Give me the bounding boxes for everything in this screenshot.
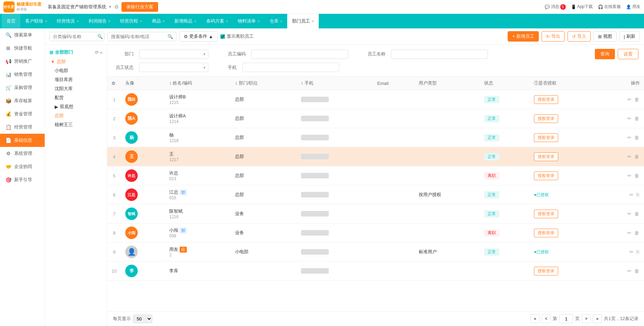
settings-icon[interactable]: ⚙ [114, 4, 119, 10]
delete-btn[interactable]: 🗑 [634, 153, 640, 160]
nav-item-process[interactable]: 经营历程 × [115, 14, 147, 28]
nav-item-goods[interactable]: 商品 × [147, 14, 170, 28]
export-btn[interactable]: ↻ 导出 [542, 31, 565, 42]
authorize-btn[interactable]: 授权登录 [534, 171, 558, 180]
per-page-select[interactable]: 50 100 200 [133, 315, 152, 323]
delete-btn[interactable]: 🗑 [634, 229, 640, 236]
edit-btn[interactable]: ✏ [627, 96, 632, 103]
sidebar-item-search[interactable]: 🔍 搜索菜单 [0, 28, 45, 42]
col-phone[interactable]: ↕ 手机 [297, 77, 373, 90]
edit-btn[interactable]: ✏ [627, 115, 632, 122]
last-page-btn[interactable]: » [593, 314, 602, 323]
authorize-btn[interactable]: 授权登录 [534, 267, 558, 275]
close-icon[interactable]: × [257, 19, 260, 23]
refresh-btn[interactable]: | 刷新 [619, 31, 640, 42]
copy-btn[interactable]: ⎘ [636, 248, 640, 255]
page-number-input[interactable] [559, 314, 573, 323]
delete-btn[interactable]: 🗑 [634, 267, 640, 274]
dept-item-root[interactable]: ▼ 总部 [48, 57, 104, 66]
edit-btn[interactable]: ✏ [627, 134, 632, 141]
close-icon[interactable]: × [280, 19, 282, 23]
search-btn[interactable]: 查询 [595, 49, 615, 59]
close-icon[interactable]: × [163, 19, 165, 23]
sidebar-item-inventory[interactable]: 📦 库存核算 [0, 94, 45, 107]
sidebar-item-basic-info[interactable]: 📄 基础信息 [0, 134, 45, 147]
authorize-btn[interactable]: 授权登录 [534, 95, 558, 104]
phone-input[interactable] [242, 63, 339, 72]
show-resigned-label[interactable]: 显示离职员工 [220, 33, 254, 39]
category-search-icon[interactable]: 🔍 [94, 34, 105, 39]
delete-btn[interactable]: 🗑 [634, 172, 640, 179]
edit-btn[interactable]: ✏ [627, 267, 632, 274]
dept-item-shenyang[interactable]: 沈阳大库 [48, 84, 104, 93]
dept-item-general[interactable]: 总部 [48, 111, 104, 120]
import-btn[interactable]: ↺ 导入 [568, 31, 591, 42]
authorize-btn[interactable]: 授权登录 [534, 229, 558, 237]
nav-item-warehouse[interactable]: 仓库 × [265, 14, 287, 28]
app-download-btn[interactable]: 📱 App下载 [571, 4, 593, 10]
dept-item-shuang[interactable]: ▶ 双底想 [48, 102, 104, 111]
dept-collapse-btn[interactable]: « [100, 50, 102, 55]
nav-item-home[interactable]: 首页 [2, 14, 20, 28]
close-icon[interactable]: × [108, 19, 110, 23]
employee-search-input[interactable] [108, 32, 165, 41]
edit-btn[interactable]: ✏ [627, 229, 632, 236]
nav-item-barcode[interactable]: 条码方案 × [201, 14, 233, 28]
close-icon[interactable]: × [45, 19, 47, 23]
edit-btn[interactable]: ✏ [629, 191, 634, 198]
show-resigned-checkbox[interactable] [220, 34, 225, 39]
sidebar-item-collab[interactable]: 🤝 企业协同 [0, 160, 45, 173]
message-btn[interactable]: 💬 消息 5 [545, 4, 566, 10]
close-icon[interactable]: × [76, 19, 79, 23]
nav-item-add-goods[interactable]: 新增商品 × [170, 14, 201, 28]
emp-status-select[interactable] [139, 63, 208, 72]
delete-btn[interactable]: 🗑 [634, 96, 640, 103]
views-btn[interactable]: ⊞ 视图 [593, 31, 617, 42]
sidebar-item-finance[interactable]: 💰 资金管理 [0, 107, 45, 121]
prev-page-btn[interactable]: < [542, 314, 551, 323]
dept-item-project[interactable]: 项目库房 [48, 75, 104, 84]
category-search-input[interactable] [49, 32, 94, 41]
delete-btn[interactable]: 🗑 [634, 115, 640, 122]
authorize-btn[interactable]: 授权登录 [534, 152, 558, 161]
more-conditions-btn[interactable]: ⚙ 更多条件 ▲ [179, 31, 218, 42]
employee-search-icon[interactable]: 🔍 [165, 34, 176, 39]
authorize-btn[interactable]: 授权登录 [534, 133, 558, 142]
emp-name-input[interactable] [391, 50, 488, 59]
edit-btn[interactable]: ✏ [627, 172, 632, 179]
delete-btn[interactable]: 🗑 [634, 134, 640, 141]
authorize-btn[interactable]: 授权登录 [534, 114, 558, 123]
sidebar-item-purchase[interactable]: 🛒 采购管理 [0, 81, 45, 94]
nav-item-employees[interactable]: 部门员工 × [287, 14, 319, 28]
dropdown-arrow[interactable]: ▾ [109, 4, 111, 9]
sidebar-item-marketing[interactable]: 📢 营销推广 [0, 55, 45, 68]
sidebar-item-quicknav[interactable]: ⊞ 快捷导航 [0, 42, 45, 55]
edit-btn[interactable]: ✏ [629, 248, 634, 255]
nav-item-bom[interactable]: 物料清单 × [233, 14, 264, 28]
authorize-btn[interactable]: 授权登录 [534, 210, 558, 218]
user-btn[interactable]: 👤 用友 [626, 4, 641, 10]
col-settings[interactable]: ⚙ [107, 77, 121, 90]
col-name[interactable]: ↕ 姓名/编码 [165, 77, 231, 90]
experience-btn[interactable]: 体验行业方案 [121, 2, 158, 12]
sidebar-item-sales[interactable]: 📊 销售管理 [0, 68, 45, 81]
close-icon[interactable]: × [312, 19, 314, 23]
copy-btn[interactable]: ⎘ [636, 191, 640, 198]
edit-btn[interactable]: ✏ [627, 153, 632, 160]
nav-item-business[interactable]: 经营情况 × [52, 14, 83, 28]
next-page-btn[interactable]: > [582, 314, 591, 323]
nav-item-customers[interactable]: 客户联络 × [20, 14, 52, 28]
online-service-btn[interactable]: 🎧 在线客服 [598, 4, 621, 10]
dept-item-xiao[interactable]: 小电部 [48, 66, 104, 75]
sidebar-item-guide[interactable]: 🎯 新手引导 [0, 173, 45, 186]
sidebar-item-operations[interactable]: 📋 经营管理 [0, 121, 45, 134]
add-employee-btn[interactable]: + 新增员工 [508, 31, 538, 42]
dept-refresh-icon[interactable]: ⟳ [95, 50, 99, 55]
col-dept[interactable]: ↕ 部门/职位 [231, 77, 297, 90]
first-page-btn[interactable]: « [530, 314, 539, 323]
dept-select[interactable] [139, 50, 208, 59]
close-icon[interactable]: × [226, 19, 228, 23]
dept-item-plant[interactable]: 植树王三 [48, 120, 104, 129]
emp-code-input[interactable] [251, 50, 348, 59]
nav-item-profit[interactable]: 利润报告 × [84, 14, 115, 28]
